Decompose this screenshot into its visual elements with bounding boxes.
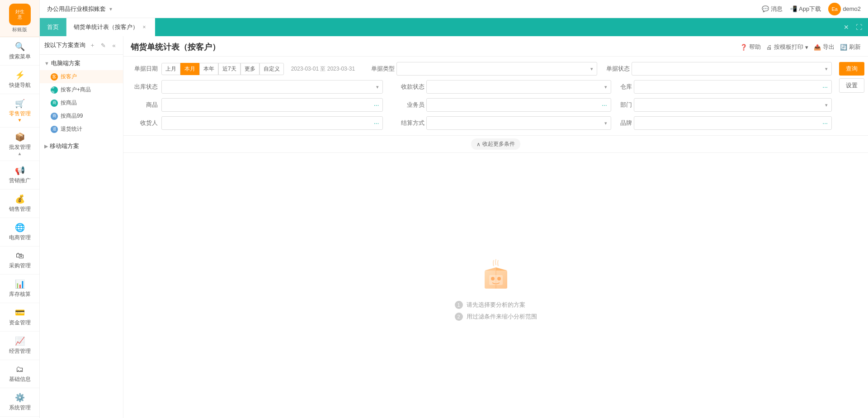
hint-text-1: 请先选择要分析的方案 xyxy=(467,301,525,309)
export-btn[interactable]: 📤 导出 xyxy=(814,43,835,51)
system-icon: ⚙️ xyxy=(15,393,25,403)
date-btn-this-month[interactable]: 本月 xyxy=(180,63,199,75)
order-type-select[interactable]: ▾ xyxy=(396,62,597,76)
left-panel-title: 按以下方案查询 xyxy=(44,41,85,49)
help-label: 帮助 xyxy=(749,43,761,51)
template-print-btn[interactable]: 🖨 按模板打印 ▾ xyxy=(766,43,808,51)
date-btn-this-year[interactable]: 本年 xyxy=(199,63,218,75)
add-scheme-btn[interactable]: ＋ xyxy=(88,41,97,50)
sidebar-item-finance[interactable]: 💳 资金管理 xyxy=(0,303,39,332)
message-icon: 💬 xyxy=(762,5,769,12)
tab-home[interactable]: 首页 xyxy=(40,18,66,36)
app-download-btn[interactable]: 📲 App下载 xyxy=(790,5,821,13)
tab-sales-stat[interactable]: 销货单统计表（按客户） × xyxy=(66,18,155,36)
brand-select[interactable]: ··· xyxy=(634,116,832,130)
date-btn-custom[interactable]: 自定义 xyxy=(259,63,284,75)
sidebar-item-marketing[interactable]: 📢 营销推广 xyxy=(0,161,39,190)
scheme-item-goods[interactable]: 商 按商品 xyxy=(40,96,123,109)
salesperson-dots[interactable]: ··· xyxy=(602,101,607,109)
left-panel: 按以下方案查询 ＋ ✎ « ▼ 电脑端方案 客 按客户 客商 按客 xyxy=(40,36,123,418)
out-status-select[interactable]: ▾ xyxy=(161,80,383,94)
sidebar-item-basic[interactable]: 🗂 基础信息 xyxy=(0,360,39,388)
settings-button[interactable]: 设置 xyxy=(839,78,864,93)
marketing-icon: 📢 xyxy=(15,166,25,176)
scheme-group-mobile: ▶ 移动端方案 xyxy=(40,138,123,155)
settlement-label: 结算方式 xyxy=(397,119,425,127)
settlement-chevron: ▾ xyxy=(604,120,607,126)
scheme-item-customer[interactable]: 客 按客户 xyxy=(40,70,123,83)
scheme-group-desktop-header[interactable]: ▼ 电脑端方案 xyxy=(40,57,123,70)
sidebar-item-search[interactable]: 🔍 搜索菜单 xyxy=(0,37,39,66)
tab-expand-btn[interactable]: ⛶ xyxy=(854,22,864,33)
order-status-select[interactable]: ▾ xyxy=(632,62,832,76)
retail-icon: 🛒 xyxy=(15,99,25,109)
scheme-item-goods99[interactable]: 商 按商品99 xyxy=(40,109,123,123)
print-dropdown-arrow: ▾ xyxy=(805,44,808,51)
query-button[interactable]: 查询 xyxy=(839,62,864,76)
date-btn-last-month[interactable]: 上月 xyxy=(161,63,180,75)
scheme-item-return[interactable]: 退 退货统计 xyxy=(40,123,123,136)
svg-rect-4 xyxy=(489,275,503,285)
search-icon: 🔍 xyxy=(15,42,25,52)
avatar-text: Ea xyxy=(832,6,838,12)
industry-dropdown-arrow[interactable]: ▾ xyxy=(109,6,112,12)
receiver-select[interactable]: ··· xyxy=(161,116,383,130)
refresh-label: 刷新 xyxy=(849,43,861,51)
settlement-select[interactable]: ▾ xyxy=(426,116,611,130)
sidebar-logo: 好生意 标账版 xyxy=(0,0,39,37)
sidebar-item-sales[interactable]: 💰 销售管理 xyxy=(0,190,39,218)
left-panel-header-actions: ＋ ✎ « xyxy=(88,41,118,50)
tabbar: 首页 销货单统计表（按客户） × ✕ ⛶ xyxy=(40,18,868,36)
brand-label: 品牌 xyxy=(618,119,632,127)
receiver-label: 收货人 xyxy=(131,119,158,127)
sidebar-item-sales-label: 销售管理 xyxy=(9,205,31,213)
warehouse-dots[interactable]: ··· xyxy=(822,83,828,90)
receiver-dots[interactable]: ··· xyxy=(374,119,379,127)
refresh-btn[interactable]: 🔄 刷新 xyxy=(840,43,861,51)
tab-close-all-btn[interactable]: ✕ xyxy=(841,22,852,33)
hint-num-2: 2 xyxy=(455,313,463,321)
sidebar-item-ecommerce[interactable]: 🌐 电商管理 xyxy=(0,218,39,247)
goods-select[interactable]: ··· xyxy=(161,98,383,112)
goods-label: 商品 xyxy=(131,101,158,109)
sidebar-item-retail[interactable]: 🛒 零售管理 ▼ xyxy=(0,94,39,128)
sidebar-item-system[interactable]: ⚙️ 系统管理 xyxy=(0,388,39,417)
right-content: 销货单统计表（按客户） ❓ 帮助 🖨 按模板打印 ▾ 📤 导出 xyxy=(123,36,868,418)
sidebar-item-operations[interactable]: 📈 经营管理 xyxy=(0,332,39,360)
date-btn-more[interactable]: 更多 xyxy=(241,63,259,75)
brand-dots[interactable]: ··· xyxy=(822,119,828,127)
collapse-more-btn[interactable]: ∧ 收起更多条件 xyxy=(471,138,520,150)
page-header-actions: ❓ 帮助 🖨 按模板打印 ▾ 📤 导出 🔄 刷新 xyxy=(740,43,861,51)
page-title: 销货单统计表（按客户） xyxy=(131,42,220,52)
sidebar-item-inventory[interactable]: 📊 库存核算 xyxy=(0,275,39,303)
payment-status-label: 收款状态 xyxy=(397,83,425,91)
scheme-item-customer-goods[interactable]: 客商 按客户+商品 xyxy=(40,83,123,96)
goods-dots[interactable]: ··· xyxy=(374,101,379,109)
sidebar-item-quicknav[interactable]: ⚡ 快捷导航 xyxy=(0,66,39,94)
sidebar-item-wholesale[interactable]: 📦 批发管理 ▲ xyxy=(0,128,39,161)
salesperson-select[interactable]: ··· xyxy=(426,98,611,112)
avatar: Ea xyxy=(828,3,841,15)
message-btn[interactable]: 💬 消息 xyxy=(762,5,783,13)
sidebar-item-quicknav-label: 快捷导航 xyxy=(9,81,31,89)
scheme-group-mobile-header[interactable]: ▶ 移动端方案 xyxy=(40,139,123,153)
sidebar-item-marketing-label: 营销推广 xyxy=(9,177,31,185)
date-btn-last7[interactable]: 近7天 xyxy=(218,63,241,75)
payment-status-select[interactable]: ▾ xyxy=(426,80,611,94)
sidebar-item-purchase[interactable]: 🛍 采购管理 xyxy=(0,247,39,275)
user-info[interactable]: Ea demo2 xyxy=(828,3,861,15)
help-btn[interactable]: ❓ 帮助 xyxy=(740,43,761,51)
tab-sales-stat-label: 销货单统计表（按客户） xyxy=(74,23,138,31)
tab-close-btn[interactable]: × xyxy=(141,24,147,30)
export-label: 导出 xyxy=(823,43,835,51)
sidebar-item-ecommerce-label: 电商管理 xyxy=(9,234,31,242)
department-select[interactable]: ▾ xyxy=(634,98,832,112)
sidebar-item-search-label: 搜索菜单 xyxy=(9,53,31,61)
scheme-item-return-label: 退货统计 xyxy=(61,125,82,133)
tab-home-label: 首页 xyxy=(47,23,59,31)
edit-scheme-btn[interactable]: ✎ xyxy=(99,41,108,50)
svg-point-5 xyxy=(491,277,495,280)
collapse-panel-btn[interactable]: « xyxy=(109,41,118,50)
scheme-customer-icon: 客 xyxy=(51,73,58,81)
warehouse-select[interactable]: ··· xyxy=(634,80,832,94)
